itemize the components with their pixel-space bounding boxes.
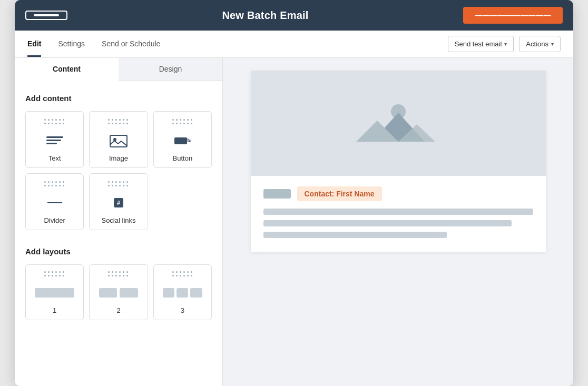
email-name-row: Contact: First Name: [263, 186, 533, 201]
sidebar-tab-content[interactable]: Content: [15, 58, 119, 81]
text-icon: [44, 131, 65, 150]
header-cta-button[interactable]: ——————————: [463, 7, 563, 24]
layout-2-label: 2: [116, 306, 120, 314]
divider-icon: [44, 193, 65, 212]
layout-item-2[interactable]: 2: [89, 264, 148, 320]
app-window: New Batch Email —————————— Edit Settings…: [15, 0, 573, 386]
layout-items-grid: 1 2: [25, 264, 212, 320]
social-item-label: Social links: [101, 216, 135, 224]
dot-grid-icon: [108, 181, 129, 187]
tab-bar: Edit Settings Send or Schedule Send test…: [15, 31, 573, 58]
button-icon: [172, 131, 193, 150]
dot-grid-icon: [44, 181, 65, 187]
chevron-down-icon: ▾: [504, 41, 507, 47]
dot-grid-icon: [108, 271, 129, 277]
email-frame: Contact: First Name: [251, 71, 546, 252]
send-test-email-button[interactable]: Send test email ▾: [448, 36, 514, 52]
main: Content Design Add content: [15, 58, 573, 386]
logo-icon: [34, 14, 59, 16]
canvas: Contact: First Name: [223, 58, 573, 386]
dot-grid-icon: [44, 119, 65, 125]
layout-3-label: 3: [181, 306, 184, 314]
dot-grid-icon: [172, 119, 193, 125]
tab-settings[interactable]: Settings: [58, 31, 85, 57]
svg-rect-0: [46, 136, 63, 138]
tab-edit[interactable]: Edit: [27, 31, 41, 57]
tab-actions: Send test email ▾ Actions ▾: [448, 36, 561, 52]
email-line-1: [263, 209, 533, 215]
dot-grid-icon: [172, 271, 193, 277]
svg-rect-1: [46, 140, 61, 141]
text-item-label: Text: [48, 154, 61, 162]
svg-text:#: #: [117, 200, 120, 206]
add-content-title: Add content: [25, 94, 212, 103]
personalization-tag: Contact: First Name: [297, 186, 382, 201]
page-title: New Batch Email: [222, 9, 308, 22]
sidebar-tabs: Content Design: [15, 58, 222, 81]
layout-1-preview: [30, 283, 79, 302]
name-placeholder: [263, 189, 291, 199]
layout-3-preview: [158, 283, 207, 302]
email-hero-image: [251, 71, 546, 176]
sidebar-tab-design[interactable]: Design: [119, 58, 222, 81]
sidebar: Content Design Add content: [15, 58, 223, 386]
content-item-divider[interactable]: Divider: [25, 173, 84, 230]
svg-rect-3: [110, 135, 127, 147]
chevron-down-icon: ▾: [551, 41, 554, 47]
content-items-grid: Text: [25, 111, 212, 230]
email-line-3: [263, 232, 447, 238]
layout-item-3[interactable]: 3: [153, 264, 212, 320]
svg-rect-2: [46, 143, 57, 144]
layout-1-label: 1: [53, 306, 56, 314]
layout-item-1[interactable]: 1: [25, 264, 84, 320]
email-body: Contact: First Name: [251, 176, 546, 252]
content-item-text[interactable]: Text: [25, 111, 84, 168]
dot-grid-icon: [44, 271, 65, 277]
svg-rect-5: [174, 137, 187, 144]
layout-2-preview: [94, 283, 143, 302]
image-icon: [108, 131, 129, 150]
divider-item-label: Divider: [44, 216, 65, 224]
content-item-button[interactable]: Button: [153, 111, 212, 168]
content-item-social[interactable]: # Social links: [89, 173, 148, 230]
add-layouts-title: Add layouts: [25, 247, 212, 256]
social-links-icon: #: [108, 193, 129, 212]
sidebar-content: Add content: [15, 81, 222, 386]
content-item-image[interactable]: Image: [89, 111, 148, 168]
hero-placeholder-svg: [356, 92, 440, 155]
image-item-label: Image: [109, 154, 128, 162]
tab-send[interactable]: Send or Schedule: [102, 31, 160, 57]
tabs: Edit Settings Send or Schedule: [27, 31, 448, 57]
button-item-label: Button: [173, 154, 193, 162]
logo-button[interactable]: [25, 11, 67, 20]
email-line-2: [263, 220, 512, 226]
dot-grid-icon: [108, 119, 129, 125]
actions-button[interactable]: Actions ▾: [519, 36, 561, 52]
header: New Batch Email ——————————: [15, 0, 573, 31]
